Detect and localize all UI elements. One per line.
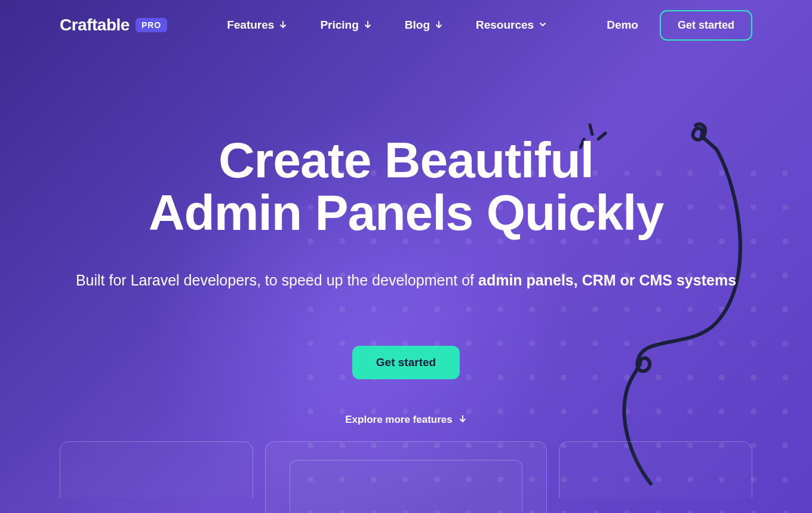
main-nav: Features Pricing Blog R [227, 19, 547, 32]
nav-resources-label: Resources [476, 19, 534, 32]
preview-card-center [265, 441, 547, 513]
nav-resources[interactable]: Resources [476, 19, 547, 32]
hero-subtitle-strong: admin panels, CRM or CMS systems [478, 272, 736, 288]
chevron-down-icon [539, 19, 547, 32]
arrow-down-icon [459, 414, 467, 426]
header-actions: Demo Get started [607, 10, 752, 41]
logo-text: Craftable [60, 16, 130, 35]
hero-title-line1: Create Beautiful [0, 134, 812, 186]
logo[interactable]: Craftable PRO [60, 16, 167, 35]
demo-link[interactable]: Demo [607, 19, 638, 32]
preview-cards-row [0, 441, 812, 513]
header: Craftable PRO Features Pricing Blog [0, 0, 812, 50]
arrow-down-icon [435, 19, 443, 32]
nav-blog-label: Blog [405, 19, 430, 32]
explore-features-link[interactable]: Explore more features [0, 414, 812, 426]
logo-badge: PRO [136, 18, 167, 32]
cta-get-started-button[interactable]: Get started [352, 346, 460, 379]
hero-section: Create Beautiful Admin Panels Quickly Bu… [0, 50, 812, 426]
nav-pricing[interactable]: Pricing [320, 19, 371, 32]
nav-blog[interactable]: Blog [405, 19, 443, 32]
arrow-down-icon [279, 19, 287, 32]
explore-features-label: Explore more features [345, 414, 453, 426]
nav-features[interactable]: Features [227, 19, 287, 32]
hero-title-line2: Admin Panels Quickly [0, 186, 812, 239]
preview-card-center-inner [290, 460, 522, 513]
get-started-button[interactable]: Get started [660, 10, 752, 41]
nav-pricing-label: Pricing [320, 19, 358, 32]
hero-subtitle: Built for Laravel developers, to speed u… [0, 272, 812, 289]
hero-title: Create Beautiful Admin Panels Quickly [0, 134, 812, 239]
preview-card-right [559, 441, 752, 498]
arrow-down-icon [364, 19, 372, 32]
hero-subtitle-prefix: Built for Laravel developers, to speed u… [76, 272, 478, 288]
preview-card-left [60, 441, 253, 498]
nav-features-label: Features [227, 19, 274, 32]
